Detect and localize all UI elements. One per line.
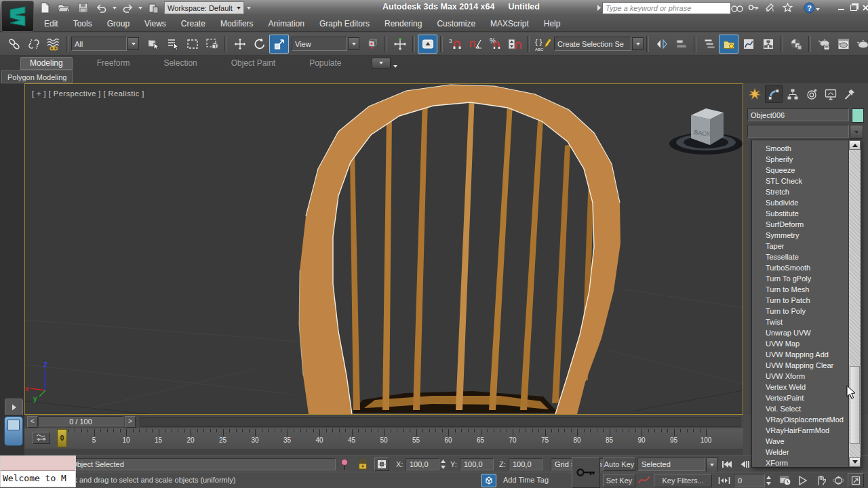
help-icon[interactable]: ?: [802, 1, 816, 14]
communication-key-icon[interactable]: [746, 1, 761, 14]
align-button[interactable]: [671, 35, 691, 54]
time-slider-handle[interactable]: 0: [57, 429, 67, 447]
modifier-list-item[interactable]: UVW Mapping Clear: [752, 360, 849, 371]
menu-item-group[interactable]: Group: [100, 16, 137, 32]
z-coord-field[interactable]: 100,0: [509, 458, 542, 470]
modifier-list-item[interactable]: Smooth: [752, 143, 849, 154]
select-and-move-button[interactable]: [230, 35, 250, 54]
key-filters-button[interactable]: Key Filters...: [654, 474, 712, 487]
menu-item-animation[interactable]: Animation: [261, 16, 312, 32]
edit-named-selection-sets-button[interactable]: { }ABC: [532, 35, 554, 54]
modify-tab[interactable]: [765, 85, 783, 103]
modifier-list-item[interactable]: VRayDisplacementMod: [752, 414, 849, 425]
modifier-list-item[interactable]: Substitute: [752, 208, 849, 219]
keyboard-shortcut-override-toggle[interactable]: [418, 35, 437, 54]
redo-dropdown-caret[interactable]: [138, 7, 142, 12]
menu-item-graph-editors[interactable]: Graph Editors: [312, 16, 377, 32]
angle-snap-toggle-button[interactable]: [465, 35, 485, 54]
modifier-list-item[interactable]: Stretch: [752, 186, 849, 197]
window-crossing-toggle-button[interactable]: [202, 35, 222, 54]
motion-tab[interactable]: [803, 85, 821, 103]
render-setup-button[interactable]: [814, 35, 833, 54]
open-file-button[interactable]: [56, 1, 72, 14]
spinner-snap-toggle-button[interactable]: [505, 35, 524, 54]
snaps-toggle-button[interactable]: 3: [446, 35, 465, 54]
set-key-button[interactable]: Set Key: [603, 474, 635, 487]
absolute-offset-mode-toggle[interactable]: [374, 458, 389, 471]
modifier-list-item[interactable]: UVW Xform: [752, 371, 849, 382]
menu-item-views[interactable]: Views: [137, 16, 174, 32]
modifier-list-item[interactable]: Vol. Select: [752, 403, 849, 414]
menu-item-create[interactable]: Create: [174, 16, 213, 32]
menu-item-rendering[interactable]: Rendering: [377, 16, 429, 32]
named-selection-sets-dropdown[interactable]: Create Selection Se: [554, 37, 631, 51]
select-and-scale-button[interactable]: [269, 35, 289, 54]
modifier-list-item[interactable]: STL Check: [752, 176, 849, 186]
go-to-start-button[interactable]: [719, 457, 735, 471]
modifier-list-item[interactable]: Welder: [752, 447, 849, 458]
y-coord-field[interactable]: 100,0: [460, 458, 494, 470]
minimize-button[interactable]: [835, 3, 846, 12]
selection-filter-caret[interactable]: [127, 37, 139, 50]
rectangular-selection-region-button[interactable]: [182, 35, 202, 54]
modifier-list-item[interactable]: TurboSmooth: [752, 262, 849, 273]
selection-lock-toggle[interactable]: [357, 458, 369, 470]
play-animation-button[interactable]: [795, 473, 811, 487]
modifier-list-item[interactable]: SurfDeform: [752, 219, 849, 230]
modifier-list-scrollbar[interactable]: [848, 140, 861, 467]
welcome-window[interactable]: Welcome to M: [0, 455, 76, 487]
modifier-list-item[interactable]: Tessellate: [752, 251, 849, 262]
polygon-modeling-panel-tab[interactable]: Polygon Modeling: [1, 70, 73, 83]
x-coord-spinner[interactable]: [440, 458, 446, 470]
time-slider-prev-button[interactable]: <: [27, 416, 38, 428]
maximize-viewport-toggle-button[interactable]: [848, 473, 864, 487]
time-slider-value[interactable]: 0 / 100: [38, 416, 123, 426]
scroll-up-button[interactable]: [849, 140, 861, 150]
create-tab[interactable]: [746, 85, 764, 103]
select-and-rotate-button[interactable]: [250, 35, 269, 54]
modifier-list-item[interactable]: Wave: [752, 436, 849, 447]
modifier-list-item[interactable]: Twist: [752, 317, 849, 327]
percent-snap-toggle-button[interactable]: %: [485, 35, 505, 54]
select-object-button[interactable]: [143, 35, 163, 54]
key-mode-dropdown[interactable]: Selected: [637, 458, 705, 471]
close-button[interactable]: [860, 3, 868, 12]
modifier-list-item[interactable]: UVW Mapping Add: [752, 349, 849, 360]
select-and-manipulate-button[interactable]: [390, 35, 410, 54]
menu-item-maxscript[interactable]: MAXScript: [483, 16, 536, 32]
track-bar-strip[interactable]: [140, 417, 741, 427]
modifier-list-item[interactable]: Symmetry: [752, 230, 849, 241]
modifier-list-item[interactable]: Turn to Poly: [752, 306, 849, 317]
menu-item-tools[interactable]: Tools: [66, 16, 100, 32]
pan-view-button[interactable]: [812, 473, 829, 487]
undo-button[interactable]: [94, 1, 110, 14]
modifier-list-item[interactable]: Subdivide: [752, 197, 849, 208]
modifier-list-caret[interactable]: [850, 125, 863, 139]
reference-coordinate-dropdown[interactable]: View: [292, 37, 347, 51]
perspective-viewport[interactable]: BACK x Z y [ + ] [ Perspective ] [ Reali…: [24, 83, 743, 415]
modifier-list-item[interactable]: Spherify: [752, 154, 849, 165]
key-filters-curve-icon[interactable]: [637, 474, 651, 486]
named-selection-sets-caret[interactable]: [632, 37, 644, 50]
pushpin-icon[interactable]: [339, 458, 350, 471]
ribbon-options-caret[interactable]: [393, 65, 397, 70]
menu-item-help[interactable]: Help: [536, 16, 568, 32]
manage-layers-button[interactable]: [699, 35, 719, 54]
modifier-list-item[interactable]: VRayHairFarmMod: [752, 425, 849, 436]
modifier-list-item[interactable]: Unwrap UVW: [752, 327, 849, 338]
bind-to-space-warp-button[interactable]: [43, 35, 63, 54]
reference-coordinate-caret[interactable]: [348, 37, 359, 50]
orbit-view-button[interactable]: [830, 473, 846, 487]
select-and-link-button[interactable]: [4, 35, 24, 54]
modifier-list-combobox[interactable]: [747, 125, 849, 138]
search-input[interactable]: [602, 2, 731, 14]
modifier-list-item[interactable]: VertexPaint: [752, 392, 849, 403]
time-configuration-button[interactable]: [777, 473, 793, 487]
ribbon-tab-object-paint[interactable]: Object Paint: [222, 57, 285, 70]
add-time-tag[interactable]: Add Time Tag: [503, 476, 549, 484]
menu-item-edit[interactable]: Edit: [37, 16, 66, 32]
menu-item-customize[interactable]: Customize: [429, 16, 483, 32]
key-mode-caret[interactable]: [706, 458, 717, 472]
unlink-selection-button[interactable]: [24, 35, 43, 54]
curve-editor-button[interactable]: [738, 35, 758, 54]
